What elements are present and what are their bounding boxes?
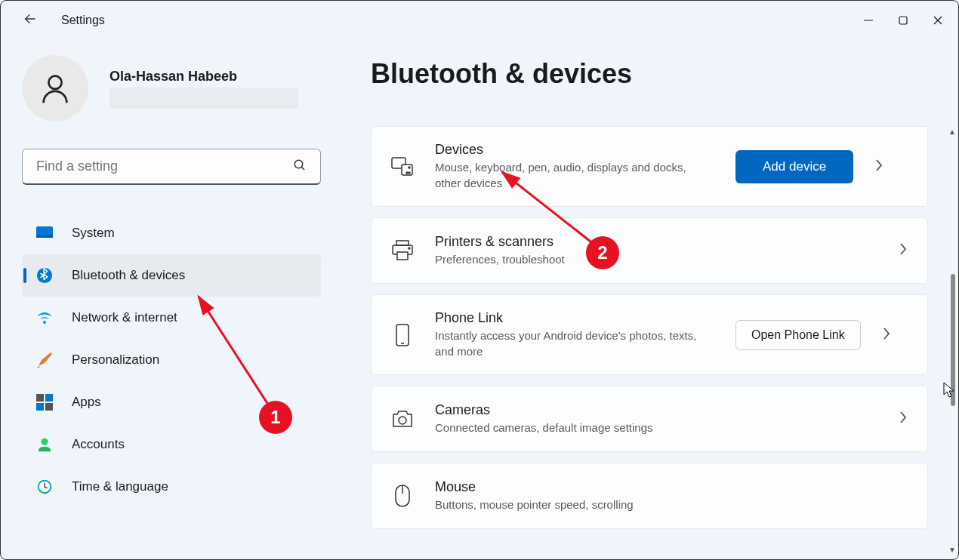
svg-rect-11 xyxy=(36,394,44,402)
svg-point-21 xyxy=(406,172,408,174)
nav-list: System Bluetooth & devices Network & int… xyxy=(22,212,325,508)
open-phone-link-button[interactable]: Open Phone Link xyxy=(735,320,861,350)
svg-point-26 xyxy=(409,248,410,249)
card-title: Printers & scanners xyxy=(435,234,877,250)
card-subtitle: Preferences, troubleshoot xyxy=(435,251,877,267)
svg-point-15 xyxy=(41,438,48,445)
svg-line-6 xyxy=(301,167,304,170)
card-cameras[interactable]: Cameras Connected cameras, default image… xyxy=(371,386,928,452)
accounts-icon xyxy=(35,435,54,454)
sidebar-item-network[interactable]: Network & internet xyxy=(22,297,321,339)
card-title: Cameras xyxy=(435,402,877,418)
system-icon xyxy=(35,224,54,242)
svg-point-22 xyxy=(409,172,410,174)
sidebar-item-personalization[interactable]: Personalization xyxy=(22,339,321,381)
sidebar: Ola-Hassan Habeeb System xyxy=(1,40,325,559)
card-title: Mouse xyxy=(435,479,908,495)
svg-rect-14 xyxy=(45,403,53,411)
svg-rect-27 xyxy=(396,325,409,346)
search-input[interactable] xyxy=(36,158,293,174)
sidebar-item-label: Network & internet xyxy=(72,310,177,325)
titlebar: Settings xyxy=(1,1,958,40)
search-icon xyxy=(293,158,307,175)
svg-rect-8 xyxy=(36,235,53,238)
app-title: Settings xyxy=(61,14,105,27)
svg-rect-1 xyxy=(899,17,907,24)
svg-point-10 xyxy=(43,321,46,324)
sidebar-item-label: Apps xyxy=(72,395,101,410)
sidebar-item-label: Accounts xyxy=(72,437,125,452)
close-button[interactable] xyxy=(920,5,955,35)
svg-rect-23 xyxy=(396,241,409,245)
back-button[interactable] xyxy=(22,11,39,30)
camera-icon xyxy=(391,408,414,430)
card-devices[interactable]: Devices Mouse, keyboard, pen, audio, dis… xyxy=(371,126,928,207)
chevron-right-icon xyxy=(874,158,883,175)
svg-point-9 xyxy=(37,268,52,283)
card-subtitle: Instantly access your Android device's p… xyxy=(435,328,714,359)
scroll-down-arrow[interactable]: ▼ xyxy=(948,546,957,555)
bluetooth-icon xyxy=(35,266,54,285)
svg-point-5 xyxy=(294,160,303,168)
card-subtitle: Mouse, keyboard, pen, audio, displays an… xyxy=(435,159,714,191)
card-printers[interactable]: Printers & scanners Preferences, trouble… xyxy=(371,217,928,284)
search-box[interactable] xyxy=(22,149,321,185)
svg-rect-13 xyxy=(36,403,44,411)
svg-rect-25 xyxy=(397,252,408,260)
sidebar-item-label: Time & language xyxy=(72,479,168,494)
sidebar-item-label: System xyxy=(72,226,115,241)
chevron-right-icon xyxy=(899,411,908,427)
svg-point-4 xyxy=(48,76,61,89)
card-title: Devices xyxy=(435,142,714,158)
card-phone-link[interactable]: Phone Link Instantly access your Android… xyxy=(371,294,928,375)
card-subtitle: Connected cameras, default image setting… xyxy=(435,420,877,435)
card-subtitle: Buttons, mouse pointer speed, scrolling xyxy=(435,497,908,512)
sidebar-item-time[interactable]: Time & language xyxy=(22,466,321,508)
scroll-up-arrow[interactable]: ▲ xyxy=(948,128,957,137)
annotation-badge-2: 2 xyxy=(586,236,619,269)
maximize-button[interactable] xyxy=(886,5,920,35)
wifi-icon xyxy=(35,309,54,327)
svg-point-20 xyxy=(409,167,410,168)
sidebar-item-label: Bluetooth & devices xyxy=(72,268,185,283)
mouse-cursor xyxy=(943,382,957,402)
annotation-badge-1: 1 xyxy=(259,401,292,434)
devices-icon xyxy=(391,155,414,178)
mouse-icon xyxy=(391,485,414,507)
chevron-right-icon xyxy=(882,327,891,343)
svg-point-29 xyxy=(399,417,406,424)
sidebar-item-system[interactable]: System xyxy=(22,212,321,254)
phone-icon xyxy=(391,324,414,346)
sidebar-item-bluetooth[interactable]: Bluetooth & devices xyxy=(22,254,321,297)
profile-section[interactable]: Ola-Hassan Habeeb xyxy=(22,55,325,122)
card-mouse[interactable]: Mouse Buttons, mouse pointer speed, scro… xyxy=(371,463,928,529)
card-title: Phone Link xyxy=(435,310,714,326)
printer-icon xyxy=(391,239,414,262)
add-device-button[interactable]: Add device xyxy=(735,150,853,183)
chevron-right-icon xyxy=(899,242,908,259)
minimize-button[interactable] xyxy=(851,5,886,35)
profile-email-redacted xyxy=(109,88,298,109)
brush-icon xyxy=(35,351,54,369)
apps-icon xyxy=(35,393,54,411)
main-panel: Bluetooth & devices Devices Mouse, keybo… xyxy=(325,40,958,559)
profile-name: Ola-Hassan Habeeb xyxy=(109,69,298,85)
avatar xyxy=(22,55,88,122)
clock-icon xyxy=(35,478,54,496)
page-title: Bluetooth & devices xyxy=(371,58,928,90)
svg-rect-12 xyxy=(45,394,53,402)
sidebar-item-label: Personalization xyxy=(72,352,159,368)
